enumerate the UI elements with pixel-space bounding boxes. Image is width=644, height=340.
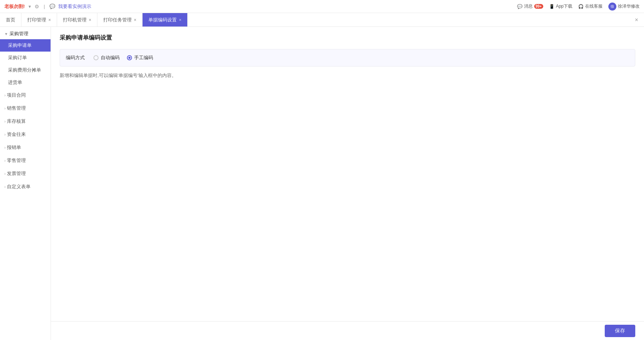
radio-auto-label: 自动编码 [101, 54, 120, 61]
announcement-text[interactable]: 我要看实例演示 [58, 3, 91, 10]
chevron-right-icon: › [4, 172, 5, 176]
chevron-right-icon: › [4, 185, 5, 189]
top-bar-right: 💬 消息 99+ 📱 App下载 🎧 在线客服 徐 徐泽华修改 [517, 3, 640, 11]
chevron-right-icon: › [4, 93, 5, 97]
tab-home-label: 首页 [6, 17, 15, 23]
message-button[interactable]: 💬 消息 99+ [517, 3, 543, 9]
sidebar-group-sales[interactable]: › 销售管理 [0, 102, 51, 115]
tab-print-task[interactable]: 打印任务管理 × [97, 13, 143, 27]
tab-print-task-label: 打印任务管理 [103, 17, 132, 23]
content-footer: 保存 [51, 321, 644, 340]
close-all-tabs[interactable]: × [629, 13, 644, 27]
main-layout: ▼ 采购管理 采购申请单 采购订单 采购费用分摊单 进货单 › 项目合同 › 销… [0, 27, 644, 340]
save-button[interactable]: 保存 [605, 325, 635, 337]
logo-text: 老板勿割! [4, 3, 25, 10]
sidebar-group-capital[interactable]: › 资金往来 [0, 128, 51, 141]
tab-encode-setting[interactable]: 单据编码设置 × [143, 13, 188, 27]
radio-auto-encode[interactable]: 自动编码 [93, 54, 120, 61]
sidebar-group-purchase-label: 采购管理 [9, 31, 28, 37]
tab-encode-setting-close[interactable]: × [179, 18, 181, 22]
top-bar-left: 老板勿割! ▼ ⚙ | 💬 我要看实例演示 [4, 3, 91, 10]
sidebar-group-project-contract[interactable]: › 项目合同 [0, 89, 51, 102]
tab-encode-setting-label: 单据编码设置 [148, 17, 177, 23]
content-area: 采购申请单编码设置 编码方式 自动编码 手工编码 新增和编辑单据时,可以编辑'单… [51, 27, 644, 340]
sidebar-group-expense-report[interactable]: › 报销单 [0, 141, 51, 154]
content-inner: 采购申请单编码设置 编码方式 自动编码 手工编码 新增和编辑单据时,可以编辑'单… [51, 27, 644, 321]
announcement-icon: 💬 [49, 4, 55, 9]
hint-text: 新增和编辑单据时,可以编辑'单据编号'输入框中的内容。 [60, 72, 635, 79]
online-service-icon: 🎧 [578, 4, 584, 9]
sidebar-group-inventory[interactable]: › 库存核算 [0, 115, 51, 128]
tab-printer-management-label: 打印机管理 [63, 17, 87, 23]
user-name: 徐泽华修改 [618, 3, 640, 9]
sidebar-group-invoice[interactable]: › 发票管理 [0, 167, 51, 180]
radio-group-encode: 自动编码 手工编码 [93, 54, 153, 61]
avatar: 徐 [608, 3, 616, 11]
user-avatar-button[interactable]: 徐 徐泽华修改 [608, 3, 640, 11]
tab-home[interactable]: 首页 [0, 13, 21, 27]
sidebar-group-purchase[interactable]: ▼ 采购管理 [0, 27, 51, 39]
page-title: 采购申请单编码设置 [60, 34, 635, 42]
message-badge: 99+ [534, 4, 543, 9]
settings-icon[interactable]: ⚙ [35, 4, 39, 9]
chevron-down-icon[interactable]: ▼ [28, 4, 32, 9]
sidebar-item-purchase-expense[interactable]: 采购费用分摊单 [0, 64, 51, 76]
radio-manual-label: 手工编码 [134, 54, 153, 61]
encode-label: 编码方式 [66, 54, 85, 61]
tab-print-management-label: 打印管理 [27, 17, 46, 23]
sidebar: ▼ 采购管理 采购申请单 采购订单 采购费用分摊单 进货单 › 项目合同 › 销… [0, 27, 51, 340]
radio-auto-circle [93, 55, 99, 60]
radio-manual-circle [127, 55, 132, 60]
chevron-right-icon: › [4, 120, 5, 124]
tab-print-task-close[interactable]: × [134, 18, 136, 22]
chevron-right-icon: › [4, 133, 5, 137]
app-download-button[interactable]: 📱 App下载 [549, 3, 572, 9]
message-icon: 💬 [517, 4, 523, 9]
tab-bar: 首页 打印管理 × 打印机管理 × 打印任务管理 × 单据编码设置 × × [0, 13, 644, 27]
encode-section: 编码方式 自动编码 手工编码 [60, 49, 635, 66]
chevron-down-icon: ▼ [4, 32, 8, 36]
sidebar-group-custom-form[interactable]: › 自定义表单 [0, 180, 51, 193]
tab-printer-management[interactable]: 打印机管理 × [57, 13, 97, 27]
online-service-button[interactable]: 🎧 在线客服 [578, 3, 603, 9]
app-download-icon: 📱 [549, 4, 555, 9]
chevron-right-icon: › [4, 146, 5, 150]
sidebar-item-purchase-request[interactable]: 采购申请单 [0, 39, 51, 52]
chevron-right-icon: › [4, 106, 5, 110]
tab-print-management-close[interactable]: × [48, 18, 51, 22]
tab-print-management[interactable]: 打印管理 × [21, 13, 57, 27]
radio-manual-encode[interactable]: 手工编码 [127, 54, 153, 61]
sidebar-item-purchase-receipt[interactable]: 进货单 [0, 76, 51, 89]
chevron-right-icon: › [4, 159, 5, 163]
sidebar-group-retail[interactable]: › 零售管理 [0, 154, 51, 167]
top-bar: 老板勿割! ▼ ⚙ | 💬 我要看实例演示 💬 消息 99+ 📱 App下载 🎧… [0, 0, 644, 13]
tab-printer-management-close[interactable]: × [89, 18, 91, 22]
sidebar-item-purchase-order[interactable]: 采购订单 [0, 52, 51, 64]
